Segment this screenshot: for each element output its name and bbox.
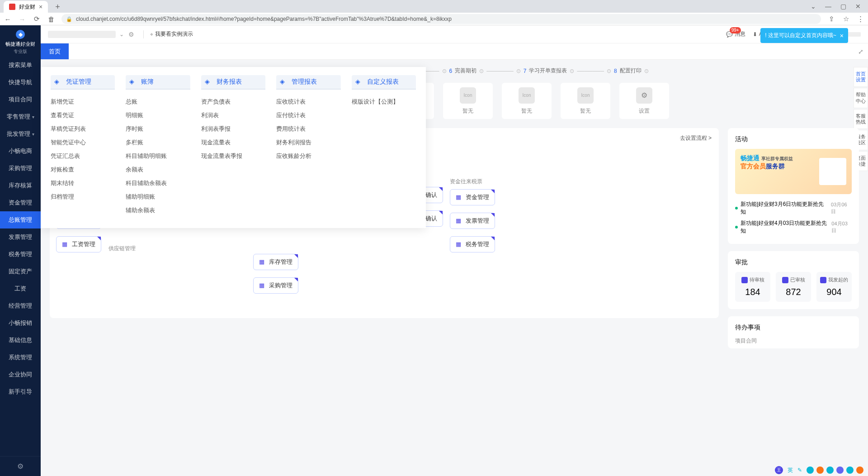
menu-item[interactable]: 利润表季报 <box>201 122 265 136</box>
menu-item[interactable]: 应收账龄分析 <box>276 149 340 163</box>
approval-stat[interactable]: 已审核872 <box>776 272 811 302</box>
flow-node-salary[interactable]: ▦工资管理 <box>56 236 101 252</box>
maximize-icon[interactable]: ▢ <box>840 3 846 10</box>
sidebar-item[interactable]: 库存核算 <box>0 177 41 194</box>
menu-item[interactable]: 现金流量表 <box>201 136 265 149</box>
tray-circle-icon[interactable] <box>836 466 844 474</box>
ime-indicator[interactable]: 英 <box>788 466 793 474</box>
doc-icon: ▦ <box>62 241 69 248</box>
reload-icon[interactable]: ⟳ <box>33 15 41 23</box>
shortcut-box[interactable]: Icon暂无 <box>502 83 552 119</box>
menu-item[interactable]: 智能凭证中心 <box>51 136 115 149</box>
sidebar-item[interactable]: 税务管理 <box>0 246 41 263</box>
tray-circle-icon[interactable] <box>826 466 834 474</box>
tray-circle-icon[interactable] <box>807 466 814 474</box>
share-icon[interactable]: ⇪ <box>827 15 835 23</box>
menu-section-icon: ◈ <box>205 78 213 86</box>
tray-app-icon[interactable]: 王 <box>775 466 783 474</box>
shortcut-box[interactable]: ⚙设置 <box>619 83 669 119</box>
activity-banner[interactable]: 畅捷通 享社群专属权益 官方会员服务群 <box>735 149 852 194</box>
menu-item[interactable]: 新增凭证 <box>51 95 115 109</box>
minimize-icon[interactable]: — <box>825 3 831 10</box>
browser-tab[interactable]: 好业财 × <box>4 1 48 13</box>
sidebar-item[interactable]: 工资 <box>0 280 41 297</box>
news-item[interactable]: 新功能|好业财4月03日功能更新抢先知04月03日 <box>735 218 852 237</box>
sidebar-item[interactable]: 固定资产 <box>0 263 41 280</box>
menu-item[interactable]: 辅助余额表 <box>126 204 190 217</box>
flow-node-tax[interactable]: ▦税务管理 <box>450 236 495 252</box>
menu-item[interactable]: 应收统计表 <box>276 95 340 109</box>
menu-item[interactable]: 资产负债表 <box>201 95 265 109</box>
menu-item[interactable]: 科目辅助明细账 <box>126 149 190 163</box>
menu-item[interactable]: 现金流量表季报 <box>201 149 265 163</box>
menu-item[interactable]: 多栏账 <box>126 136 190 149</box>
fullscreen-icon[interactable]: ⤢ <box>858 48 863 55</box>
sidebar-item[interactable]: 发票管理 <box>0 228 41 246</box>
news-item[interactable]: 新功能|好业财3月6日功能更新抢先知03月06日 <box>735 199 852 218</box>
sidebar-item[interactable]: 总账管理 <box>0 211 41 228</box>
menu-item[interactable]: 归档管理 <box>51 190 115 204</box>
sidebar-item[interactable]: 项目合同 <box>0 91 41 108</box>
sidebar-item[interactable]: 批发管理▾ <box>0 125 41 143</box>
flow-settings-link[interactable]: 去设置流程 > <box>680 134 712 142</box>
tray-icon[interactable]: ✎ <box>797 467 802 473</box>
tab-close-icon[interactable]: × <box>39 3 42 10</box>
close-window-icon[interactable]: ✕ <box>855 3 861 10</box>
tip-close-icon[interactable]: × <box>840 32 844 39</box>
sidebar-item[interactable]: 搜索菜单 <box>0 57 41 74</box>
flow-node-invoice[interactable]: ▦发票管理 <box>450 213 495 229</box>
approval-stat[interactable]: 我发起的904 <box>816 272 852 302</box>
sidebar-item[interactable]: 企业协同 <box>0 366 41 383</box>
flow-node-purchase[interactable]: ▦采购管理 <box>253 277 298 294</box>
sidebar-item[interactable]: 基础信息 <box>0 332 41 349</box>
sidebar-item[interactable]: 新手引导 <box>0 383 41 400</box>
menu-item[interactable]: 科目辅助余额表 <box>126 176 190 190</box>
menu-item[interactable]: 模版设计【公测】 <box>352 95 416 109</box>
dropdown-icon[interactable]: ⌄ <box>811 3 816 10</box>
sidebar-item[interactable]: 快捷导航 <box>0 74 41 91</box>
menu-item[interactable]: 序时账 <box>126 122 190 136</box>
menu-item[interactable]: 利润表 <box>201 109 265 122</box>
shortcut-box[interactable]: Icon暂无 <box>561 83 610 119</box>
tray-circle-icon[interactable] <box>816 466 824 474</box>
menu-item[interactable]: 查看凭证 <box>51 109 115 122</box>
menu-item[interactable]: 对账检查 <box>51 163 115 176</box>
sidebar-item[interactable]: 采购管理 <box>0 160 41 177</box>
menu-item[interactable]: 期末结转 <box>51 176 115 190</box>
flow-node-inventory[interactable]: ▦库存管理 <box>253 254 298 270</box>
menu-item[interactable]: 辅助明细账 <box>126 190 190 204</box>
menu-item[interactable]: 总账 <box>126 95 190 109</box>
org-dropdown[interactable] <box>48 31 116 38</box>
sidebar-item[interactable]: 系统管理 <box>0 349 41 366</box>
tab-home[interactable]: 首页 <box>41 43 69 59</box>
menu-item[interactable]: 凭证汇总表 <box>51 149 115 163</box>
gear-icon[interactable]: ⚙ <box>128 31 134 38</box>
sidebar-item[interactable]: 经营管理 <box>0 297 41 314</box>
sidebar-item[interactable]: 零售管理▾ <box>0 108 41 125</box>
shortcut-box[interactable]: Icon暂无 <box>443 83 493 119</box>
menu-item[interactable]: 费用统计表 <box>276 122 340 136</box>
flow-node-fund[interactable]: ▦资金管理 <box>450 189 495 205</box>
chevron-down-icon[interactable]: ⌄ <box>119 31 124 38</box>
sidebar-item[interactable]: 资金管理 <box>0 194 41 211</box>
approval-stat[interactable]: 待审核184 <box>735 272 770 302</box>
menu-item[interactable]: 应付统计表 <box>276 109 340 122</box>
trash-icon[interactable]: 🗑 <box>47 15 55 23</box>
tray-circle-icon[interactable] <box>846 466 854 474</box>
menu-item[interactable]: 余额表 <box>126 163 190 176</box>
tray-circle-icon[interactable] <box>856 466 863 474</box>
topbar-message[interactable]: 99+💬消息 <box>726 30 745 38</box>
menu-icon[interactable]: ⋮ <box>856 15 864 23</box>
star-icon[interactable]: ☆ <box>842 15 850 23</box>
back-icon[interactable]: ← <box>4 15 12 23</box>
menu-item[interactable]: 明细账 <box>126 109 190 122</box>
sidebar-item[interactable]: 小畅报销 <box>0 314 41 332</box>
menu-item[interactable]: 财务利润报告 <box>276 136 340 149</box>
sidebar-settings-icon[interactable]: ⚙ <box>0 456 41 476</box>
forward-icon[interactable]: → <box>18 15 26 23</box>
sidebar-item[interactable]: 小畅电商 <box>0 143 41 160</box>
new-tab-button[interactable]: + <box>52 1 63 13</box>
address-bar[interactable]: 🔒 cloud.chanjet.com/cc/u6d89qwnryel/57bf… <box>61 14 821 24</box>
demo-link[interactable]: ⌖ 我要看实例演示 <box>150 30 193 38</box>
menu-item[interactable]: 草稿凭证列表 <box>51 122 115 136</box>
